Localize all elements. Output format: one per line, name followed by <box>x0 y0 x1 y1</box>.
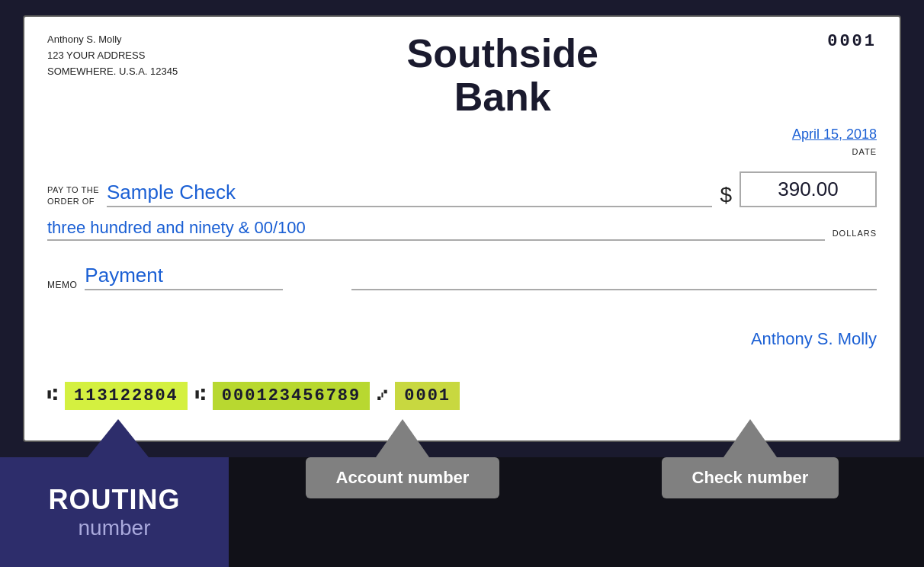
check-number-label: Check number <box>662 457 839 498</box>
account-label: Account number <box>306 457 500 498</box>
account-section: Account number <box>229 457 576 498</box>
amount-written: three hundred and ninety & 00/100 <box>47 218 825 241</box>
micr-account: 000123456789 <box>213 382 370 410</box>
pay-to-row: PAY TO THEORDER OF Sample Check $ 390.00 <box>47 171 877 207</box>
micr-row: ⑆ 113122804 ⑆ 000123456789 ⑇ 0001 <box>47 382 877 410</box>
memo-value: Payment <box>85 264 283 290</box>
routing-section: ROUTING number <box>0 457 229 567</box>
bank-name: Southside Bank <box>193 32 812 119</box>
micr-routing: 113122804 <box>65 382 188 410</box>
check-number-top: 0001 <box>827 32 877 51</box>
address-line1: 123 YOUR ADDRESS <box>47 48 178 64</box>
routing-label-big: ROUTING <box>49 484 181 516</box>
check-top-row: Anthony S. Molly 123 YOUR ADDRESS SOMEWH… <box>47 32 877 119</box>
routing-label-small: number <box>79 516 151 540</box>
micr-open-symbol: ⑆ <box>47 386 57 405</box>
account-arrow-icon <box>376 419 429 457</box>
pay-to-label: PAY TO THEORDER OF <box>47 184 99 208</box>
amount-box: 390.00 <box>740 171 877 207</box>
date-row: April 15, 2018 DATE <box>47 127 877 158</box>
micr-separator1: ⑆ <box>195 386 205 405</box>
memo-row: MEMO Payment <box>47 264 877 290</box>
check: Anthony S. Molly 123 YOUR ADDRESS SOMEWH… <box>23 15 901 442</box>
check-number-section: Check number <box>576 457 924 498</box>
memo-label: MEMO <box>47 280 77 290</box>
check-address: Anthony S. Molly 123 YOUR ADDRESS SOMEWH… <box>47 32 178 79</box>
pay-to-value: Sample Check <box>107 181 712 207</box>
bottom-section: ROUTING number Account number Check numb… <box>0 457 924 567</box>
signature-line <box>351 289 877 290</box>
amount-written-row: three hundred and ninety & 00/100 DOLLAR… <box>47 218 877 241</box>
dollar-sign: $ <box>720 183 732 207</box>
check-arrow-icon <box>723 419 777 457</box>
date-value: April 15, 2018 <box>792 127 877 143</box>
address-line2: SOMEWHERE. U.S.A. 12345 <box>47 64 178 80</box>
date-label: DATE <box>852 147 877 156</box>
micr-check-number: 0001 <box>395 382 460 410</box>
date-container: April 15, 2018 DATE <box>792 127 877 158</box>
dollars-label: DOLLARS <box>833 229 877 241</box>
address-name: Anthony S. Molly <box>47 32 178 48</box>
signature: Anthony S. Molly <box>751 329 877 349</box>
check-wrapper: Anthony S. Molly 123 YOUR ADDRESS SOMEWH… <box>0 0 924 457</box>
micr-equals: ⑇ <box>377 386 387 405</box>
